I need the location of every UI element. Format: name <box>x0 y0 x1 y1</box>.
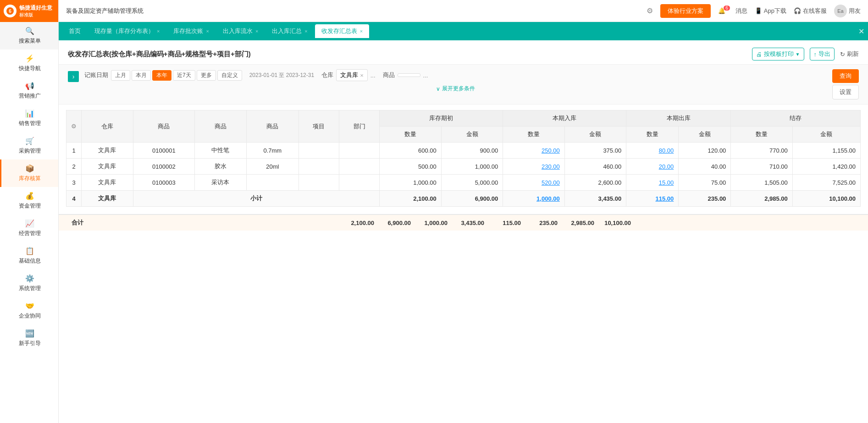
date-more[interactable]: 更多 <box>197 70 216 81</box>
col-header-warehouse: 仓库 <box>82 110 133 143</box>
subtotal-name: 小计 <box>133 191 380 207</box>
row-in-qty[interactable]: 230.00 <box>503 159 564 175</box>
warehouse-ellipsis[interactable]: ... <box>370 72 376 79</box>
row-dept <box>339 175 380 191</box>
tab-inout-summary[interactable]: 出入库汇总 × <box>265 24 314 38</box>
settings-icon[interactable]: ⚙ <box>647 6 653 15</box>
sidebar-item-newuser[interactable]: 🆕 新手引导 <box>0 324 58 352</box>
date-this-month[interactable]: 本月 <box>132 70 151 81</box>
search-icon: 🔍 <box>25 27 34 35</box>
page-content: 收发存汇总表(按仓库+商品编码+商品+规格型号+项目+部门) 🖨 按模板打印 ▼… <box>59 40 868 423</box>
tab-batch[interactable]: 库存批次账 × <box>167 24 215 38</box>
row-open-amt: 5,000.00 <box>441 175 503 191</box>
app-download-button[interactable]: 📱 App下载 <box>755 7 786 15</box>
sidebar-item-label: 快捷导航 <box>19 65 41 72</box>
tab-label: 出入库流水 <box>223 27 253 35</box>
online-service-button[interactable]: 🎧 在线客服 <box>794 7 827 15</box>
date-last-month[interactable]: 上月 <box>111 70 130 81</box>
sidebar-item-quicknav[interactable]: ⚡ 快捷导航 <box>0 49 58 77</box>
sidebar-item-purchase[interactable]: 🛒 采购管理 <box>0 132 58 159</box>
filter-toggle-button[interactable]: › <box>68 71 79 82</box>
row-warehouse: 文具库 <box>82 143 133 159</box>
sidebar-item-label: 营销推广 <box>19 92 41 100</box>
newuser-icon: 🆕 <box>25 329 34 338</box>
info-icon: 📋 <box>25 247 34 255</box>
tab-close-icon[interactable]: × <box>304 28 307 34</box>
user-button[interactable]: Ea 用友 <box>834 5 861 17</box>
sidebar-item-finance[interactable]: 💰 资金管理 <box>0 187 58 214</box>
row-in-qty[interactable]: 250.00 <box>503 143 564 159</box>
date-7days[interactable]: 近7天 <box>173 70 195 81</box>
warehouse-tag-text: 文具库 <box>340 71 358 79</box>
refresh-label: 刷新 <box>847 50 859 58</box>
table-row: 1 文具库 0100001 中性笔 0.7mm 600.00 900.00 25… <box>66 143 861 159</box>
sidebar-item-label: 搜索菜单 <box>19 37 41 45</box>
row-project <box>299 175 339 191</box>
sidebar-item-inventory[interactable]: 📦 库存核算 <box>0 159 58 187</box>
tab-receive-send-summary[interactable]: 收发存汇总表 × <box>315 24 369 38</box>
goods-input[interactable] <box>398 73 420 77</box>
sidebar-item-marketing[interactable]: 📢 营销推广 <box>0 77 58 104</box>
warehouse-label: 仓库 <box>321 71 333 79</box>
export-button[interactable]: ↑ 导出 <box>810 48 835 60</box>
row-in-amt: 2,600.00 <box>564 175 626 191</box>
sidebar-item-sales[interactable]: 📊 销售管理 <box>0 104 58 132</box>
filter-settings-button[interactable]: 设置 <box>832 85 859 99</box>
row-code: 0100003 <box>133 175 194 191</box>
subtotal-in-qty[interactable]: 1,000.00 <box>503 191 564 207</box>
sidebar-item-search[interactable]: 🔍 搜索菜单 <box>0 22 58 49</box>
operations-icon: 📈 <box>25 219 34 228</box>
sidebar-item-label: 企业协同 <box>19 312 41 320</box>
tab-bar-close-icon[interactable]: ✕ <box>858 27 864 36</box>
row-out-qty[interactable]: 20.00 <box>626 159 679 175</box>
subtotal-out-qty[interactable]: 115.00 <box>626 191 679 207</box>
row-in-qty[interactable]: 520.00 <box>503 175 564 191</box>
tab-close-icon[interactable]: × <box>206 28 209 34</box>
flash-icon: ⚡ <box>25 54 34 63</box>
goods-ellipsis[interactable]: ... <box>423 72 428 79</box>
warehouse-tag-close[interactable]: × <box>360 72 364 79</box>
row-out-qty[interactable]: 80.00 <box>626 143 679 159</box>
tab-close-icon[interactable]: × <box>157 28 160 34</box>
col-header-project: 项目 <box>299 110 339 143</box>
sidebar-item-basic-info[interactable]: 📋 基础信息 <box>0 242 58 269</box>
tab-close-icon[interactable]: × <box>255 28 258 34</box>
date-custom[interactable]: 自定义 <box>217 70 242 81</box>
tab-flow[interactable]: 出入库流水 × <box>216 24 265 38</box>
total-row: 合计 2,100.00 6,900.00 1,000.00 3,435.00 1… <box>59 214 868 231</box>
col-subheader-open-qty: 数量 <box>380 126 441 143</box>
tab-close-icon[interactable]: × <box>360 28 363 34</box>
tab-home[interactable]: 首页 <box>62 24 87 38</box>
system-icon: ⚙️ <box>25 274 34 283</box>
sidebar-item-operations[interactable]: 📈 经营管理 <box>0 214 58 242</box>
app-logo: 6 畅捷通好生意 标准版 <box>0 0 58 22</box>
page-title: 收发存汇总表(按仓库+商品编码+商品+规格型号+项目+部门) <box>68 50 251 59</box>
top-header: 装备及固定资产辅助管理系统 ⚙ 体验行业方案 🔔 6 消息 📱 App下载 🎧 … <box>59 0 868 22</box>
tab-label: 库存批次账 <box>173 27 203 35</box>
column-settings-icon[interactable]: ⚙ <box>71 123 77 130</box>
query-button[interactable]: 查询 <box>832 69 859 83</box>
total-in-qty: 1,000.00 <box>415 220 452 226</box>
table-settings-header: ⚙ <box>66 110 82 143</box>
print-label: 按模板打印 <box>764 50 794 58</box>
message-button[interactable]: 🔔 6 消息 <box>718 7 747 15</box>
sidebar-item-system[interactable]: ⚙️ 系统管理 <box>0 269 58 297</box>
col-header-opening: 库存期初 <box>380 110 503 126</box>
sidebar-item-enterprise[interactable]: 🤝 企业协同 <box>0 297 58 324</box>
row-out-qty[interactable]: 15.00 <box>626 175 679 191</box>
date-this-year[interactable]: 本年 <box>152 70 171 81</box>
expand-button[interactable]: ∨ 展开更多条件 <box>84 85 827 93</box>
try-button[interactable]: 体验行业方案 <box>660 4 711 18</box>
svg-text:6: 6 <box>9 9 11 14</box>
row-bal-amt: 1,155.00 <box>792 143 860 159</box>
online-service-label: 在线客服 <box>803 7 827 15</box>
marketing-icon: 📢 <box>25 82 34 90</box>
query-actions: 查询 设置 <box>832 69 859 99</box>
row-name: 中性笔 <box>195 143 247 159</box>
logo-icon: 6 <box>4 5 17 17</box>
print-button[interactable]: 🖨 按模板打印 ▼ <box>752 48 804 60</box>
total-open-amt: 6,900.00 <box>379 220 415 226</box>
tab-inventory-dist[interactable]: 现存量（库存分布表） × <box>88 24 166 38</box>
refresh-button[interactable]: ↻ 刷新 <box>840 50 859 58</box>
row-code: 0100001 <box>133 143 194 159</box>
